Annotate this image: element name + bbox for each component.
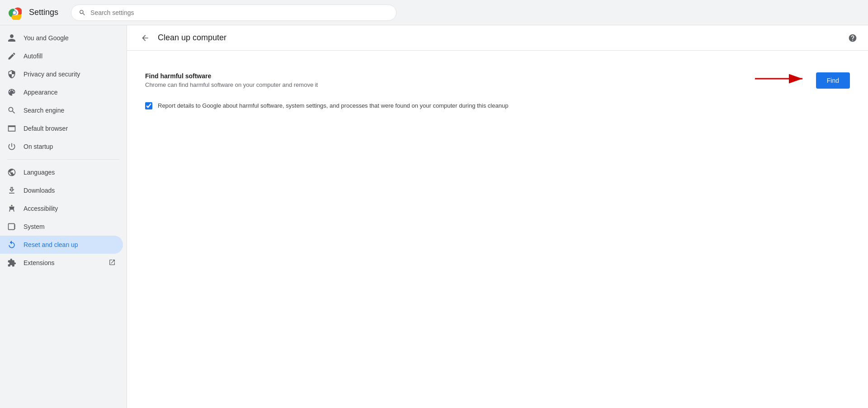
search-engine-icon <box>7 106 16 115</box>
app-title: Settings <box>29 8 58 17</box>
find-button[interactable]: Find <box>816 72 850 89</box>
sidebar-item-default-browser[interactable]: Default browser <box>0 119 123 138</box>
sidebar-label-default-browser: Default browser <box>24 125 68 132</box>
sidebar-item-autofill[interactable]: Autofill <box>0 47 123 65</box>
external-link-icon <box>108 259 116 267</box>
back-button[interactable] <box>138 31 152 45</box>
sidebar-label-reset-cleanup: Reset and clean up <box>24 241 78 248</box>
sidebar-label-languages: Languages <box>24 169 55 176</box>
sidebar-label-system: System <box>24 223 45 230</box>
annotation-arrow <box>755 70 809 88</box>
system-icon <box>7 222 16 231</box>
report-details-checkbox[interactable] <box>145 102 152 109</box>
power-icon <box>7 142 16 151</box>
person-icon <box>7 33 16 43</box>
sidebar-label-downloads: Downloads <box>24 187 55 194</box>
sidebar-label-on-startup: On startup <box>24 143 53 150</box>
search-input[interactable] <box>90 9 389 16</box>
help-icon[interactable] <box>848 33 857 43</box>
shield-icon <box>7 70 16 79</box>
sidebar-label-search-engine: Search engine <box>24 107 64 114</box>
sidebar-label-accessibility: Accessibility <box>24 205 58 212</box>
sidebar-item-on-startup[interactable]: On startup <box>0 138 123 156</box>
report-details-row: Report details to Google about harmful s… <box>145 96 850 116</box>
search-icon <box>79 9 86 16</box>
content-header: Clean up computer <box>127 25 868 51</box>
svg-point-2 <box>13 11 16 14</box>
svg-point-3 <box>11 205 12 206</box>
content-header-left: Clean up computer <box>138 31 226 45</box>
sidebar-item-accessibility[interactable]: Accessibility <box>0 199 123 218</box>
sidebar-label-autofill: Autofill <box>24 52 42 60</box>
section-title: Find harmful software <box>145 72 802 80</box>
find-harmful-software-section: Find harmful software Chrome can find ha… <box>145 65 850 96</box>
sidebar-label-you-and-google: You and Google <box>24 34 69 42</box>
sidebar-item-appearance[interactable]: Appearance <box>0 83 123 101</box>
content-body: Find harmful software Chrome can find ha… <box>127 51 868 130</box>
sidebar-label-appearance: Appearance <box>24 89 58 96</box>
sidebar-item-privacy-security[interactable]: Privacy and security <box>0 65 123 83</box>
globe-icon <box>7 168 16 177</box>
browser-icon <box>7 124 16 133</box>
red-arrow-icon <box>755 70 809 88</box>
sidebar-divider <box>7 159 119 160</box>
section-description: Chrome can find harmful software on your… <box>145 81 802 88</box>
sidebar-label-privacy-security: Privacy and security <box>24 71 80 78</box>
sidebar-label-extensions: Extensions <box>24 259 54 266</box>
report-details-label: Report details to Google about harmful s… <box>158 101 508 110</box>
sidebar-item-languages[interactable]: Languages <box>0 163 123 181</box>
accessibility-icon <box>7 204 16 213</box>
autofill-icon <box>7 52 16 61</box>
sidebar-item-you-and-google[interactable]: You and Google <box>0 29 123 47</box>
search-bar[interactable] <box>71 5 396 21</box>
sidebar: You and Google Autofill Privacy and secu… <box>0 25 127 408</box>
reset-icon <box>7 240 16 249</box>
topbar: Settings <box>0 0 868 25</box>
sidebar-item-extensions[interactable]: Extensions <box>0 254 123 272</box>
sidebar-item-reset-cleanup[interactable]: Reset and clean up <box>0 236 123 254</box>
content-area: Clean up computer Find harmful software … <box>127 25 868 408</box>
sidebar-item-downloads[interactable]: Downloads <box>0 181 123 199</box>
content-title: Clean up computer <box>158 33 226 43</box>
chrome-logo-icon <box>7 5 22 20</box>
section-text: Find harmful software Chrome can find ha… <box>145 72 802 88</box>
palette-icon <box>7 88 16 97</box>
extensions-icon <box>7 258 16 267</box>
sidebar-item-system[interactable]: System <box>0 218 123 236</box>
download-icon <box>7 186 16 195</box>
sidebar-item-search-engine[interactable]: Search engine <box>0 101 123 119</box>
main-layout: You and Google Autofill Privacy and secu… <box>0 25 868 408</box>
